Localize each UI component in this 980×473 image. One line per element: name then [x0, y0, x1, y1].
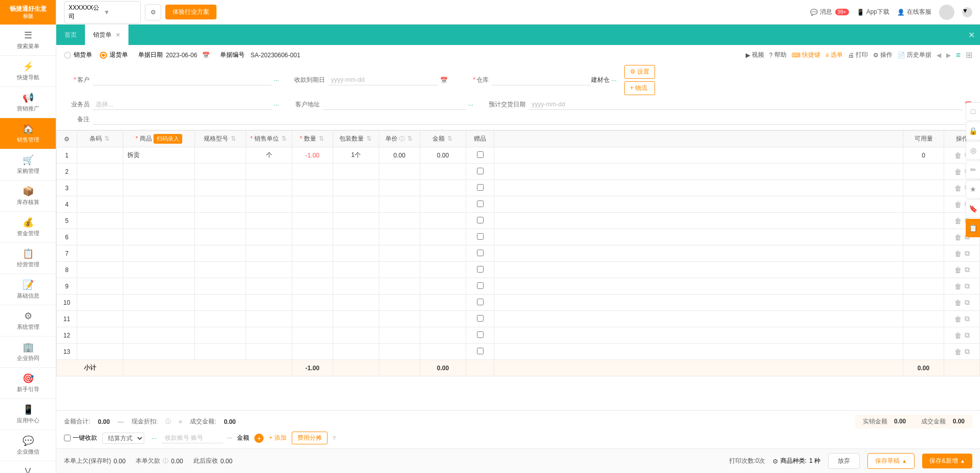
user-avatar[interactable] [939, 5, 954, 20]
close-all-tabs-button[interactable]: ✕ [968, 30, 975, 40]
row-barcode-12[interactable] [77, 327, 123, 344]
col-header-settings[interactable]: ⚙ [57, 131, 77, 147]
app-download-button[interactable]: 📱 App下载 [857, 8, 889, 16]
float-edit-btn[interactable]: ✏ [966, 161, 980, 179]
help-btn[interactable]: ? 帮助 [769, 51, 787, 59]
row-barcode-9[interactable] [77, 278, 123, 295]
unit-sort[interactable]: ⇅ [281, 135, 287, 142]
online-service-button[interactable]: 👤 在线客服 [897, 8, 931, 16]
row-barcode-2[interactable] [77, 164, 123, 180]
float-notes-btn[interactable]: □ [966, 102, 980, 121]
expense-allocation-btn[interactable]: 费用分摊 [292, 432, 328, 444]
sidebar-item-search[interactable]: ☰ 搜索菜单 [0, 25, 56, 56]
sidebar-item-wechat[interactable]: 💬 企业微信 [0, 430, 56, 461]
experience-button[interactable]: 体验行业方案 [165, 5, 216, 19]
sidebar-item-business[interactable]: 📋 经营管理 [0, 243, 56, 274]
float-lock-btn[interactable]: 🔒 [966, 122, 980, 140]
pagination-prev[interactable]: ◀ [937, 52, 941, 59]
print-btn[interactable]: 🖨 打印 [848, 51, 868, 59]
delete-row-8[interactable]: 🗑 [954, 266, 962, 274]
customer-input[interactable] [93, 75, 272, 85]
salesperson-input[interactable] [93, 99, 272, 110]
row-barcode-3[interactable] [77, 180, 123, 196]
tab-home[interactable]: 首页 [56, 25, 85, 45]
tab-sales-order[interactable]: 销货单 ✕ [85, 25, 128, 45]
delete-row-5[interactable]: 🗑 [954, 217, 962, 225]
row-gift-2[interactable] [466, 164, 494, 180]
one-click-payment-checkbox[interactable]: 一键收款 [64, 434, 97, 442]
save-draft-button[interactable]: 保存草稿 ▲ [867, 453, 914, 469]
row-barcode-10[interactable] [77, 295, 123, 311]
float-clipboard-btn[interactable]: 📋 [966, 219, 980, 237]
sidebar-item-marketing[interactable]: 📢 营销推广 [0, 87, 56, 118]
delete-row-6[interactable]: 🗑 [954, 233, 962, 241]
warehouse-ellipsis-btn[interactable]: ··· [612, 77, 617, 84]
payment-account-input[interactable] [162, 433, 223, 443]
customer-address-input[interactable] [323, 99, 466, 110]
tab-close-icon[interactable]: ✕ [116, 32, 120, 38]
sidebar-item-inventory[interactable]: 📦 库存核算 [0, 181, 56, 212]
remarks-input[interactable] [93, 114, 972, 125]
user-dropdown[interactable]: ▼ [962, 7, 972, 17]
delete-row-3[interactable]: 🗑 [954, 184, 962, 192]
delete-row-2[interactable]: 🗑 [954, 168, 962, 176]
delete-row-13[interactable]: 🗑 [954, 348, 962, 356]
barcode-sort[interactable]: ⇅ [104, 135, 110, 142]
customer-ellipsis-btn[interactable]: ··· [274, 77, 279, 84]
radio-sales-order[interactable]: 销货单 [64, 51, 92, 59]
row-gift-9[interactable] [466, 278, 494, 295]
delete-row-4[interactable]: 🗑 [954, 200, 962, 209]
account-ellipsis[interactable]: ··· [227, 434, 232, 441]
float-bookmark-btn[interactable]: 🔖 [966, 199, 980, 218]
fenyong-info-icon[interactable]: ? [333, 435, 336, 441]
row-gift-6[interactable] [466, 229, 494, 245]
row-gift-10[interactable] [466, 295, 494, 311]
row-gift-3[interactable] [466, 180, 494, 196]
date-calendar-icon[interactable]: 📅 [202, 52, 210, 59]
payment-date-input[interactable] [328, 75, 438, 85]
sidebar-item-finance[interactable]: 💰 资金管理 [0, 212, 56, 243]
delete-row-1[interactable]: 🗑 [954, 151, 962, 160]
row-gift-5[interactable] [466, 213, 494, 229]
copy-row-13[interactable]: ⧉ [965, 347, 970, 356]
history-btn[interactable]: 📄 历史单据 [898, 51, 931, 59]
doc-deficit-info[interactable]: ⓘ [163, 457, 168, 465]
amount-sort[interactable]: ⇅ [447, 135, 452, 142]
delete-row-11[interactable]: 🗑 [954, 315, 962, 323]
delete-row-7[interactable]: 🗑 [954, 250, 962, 258]
view-list-icon[interactable]: ≡ [956, 51, 961, 60]
sidebar-item-appstore[interactable]: 📱 应用中心 [0, 399, 56, 430]
spec-sort[interactable]: ⇅ [231, 135, 236, 142]
pack-sort[interactable]: ⇅ [366, 135, 372, 142]
salesperson-ellipsis-btn[interactable]: ··· [274, 101, 279, 108]
delete-row-10[interactable]: 🗑 [954, 299, 962, 307]
expected-date-input[interactable] [529, 99, 963, 110]
row-barcode-1[interactable] [77, 147, 123, 164]
row-barcode-6[interactable] [77, 229, 123, 245]
delete-row-9[interactable]: 🗑 [954, 282, 962, 290]
view-grid-icon[interactable]: ⊞ [966, 50, 972, 60]
float-target-btn[interactable]: ◎ [966, 141, 980, 160]
qty-sort[interactable]: ⇅ [319, 135, 324, 142]
sidebar-item-purchase[interactable]: 🛒 采购管理 [0, 149, 56, 181]
pagination-next[interactable]: ▶ [946, 52, 951, 59]
row-gift-4[interactable] [466, 196, 494, 213]
sidebar-item-quicknav[interactable]: ⚡ 快捷导航 [0, 56, 56, 87]
sidebar-item-member[interactable]: V 畅会员 [0, 461, 56, 473]
message-button[interactable]: 💬 消息 99+ [810, 8, 849, 16]
row-gift-1[interactable] [466, 147, 494, 164]
row-barcode-5[interactable] [77, 213, 123, 229]
row-barcode-7[interactable] [77, 245, 123, 262]
settings-button[interactable]: ⚙ [145, 4, 161, 20]
sidebar-item-enterprise[interactable]: 🏢 企业协同 [0, 336, 56, 368]
logistics-action-btn[interactable]: + 物流 [624, 81, 655, 95]
row-barcode-8[interactable] [77, 262, 123, 278]
row-barcode-4[interactable] [77, 196, 123, 213]
video-btn[interactable]: ▶ 视频 [746, 51, 764, 59]
price-info-icon[interactable]: ⓘ [399, 136, 405, 142]
copy-row-12[interactable]: ⧉ [965, 331, 970, 340]
payment-checkbox-input[interactable] [64, 435, 71, 441]
delete-row-12[interactable]: 🗑 [954, 331, 962, 340]
row-gift-11[interactable] [466, 311, 494, 327]
sidebar-item-sales[interactable]: 🏠 销售管理 [0, 118, 56, 149]
